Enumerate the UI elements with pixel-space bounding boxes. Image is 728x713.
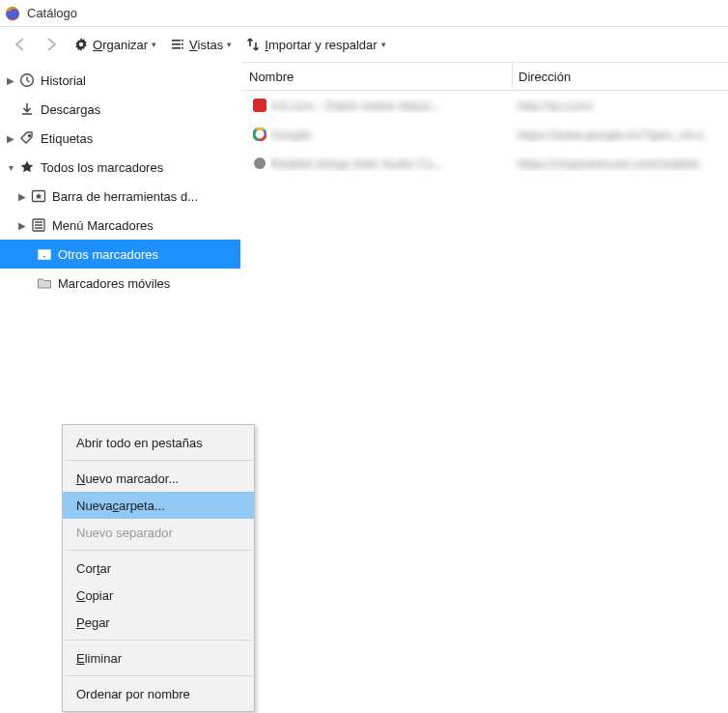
expand-icon[interactable]: ▶ [15, 191, 29, 202]
separator [65, 675, 252, 676]
sidebar-item-bookmarks-menu[interactable]: ▶ Menú Marcadores [0, 211, 240, 240]
svg-rect-12 [253, 99, 266, 112]
svg-rect-3 [172, 43, 181, 45]
bookmark-row[interactable]: Google https://www.google.es/?gws_rd=s [241, 120, 728, 149]
bookmark-url: http://as.com/ [512, 99, 728, 113]
ctx-delete: Eliminar [63, 644, 254, 671]
sidebar-item-other-bookmarks[interactable]: Otros marcadores [0, 240, 240, 269]
sidebar-item-all-bookmarks[interactable]: ▾ Todos los marcadores [0, 153, 240, 182]
sidebar-label: Otros marcadores [58, 247, 158, 262]
sidebar-item-downloads[interactable]: Descargas [0, 95, 240, 124]
svg-rect-4 [172, 47, 181, 49]
ctx-new-bookmark[interactable]: Nuevo marcador... [63, 465, 254, 492]
expand-icon[interactable]: ▶ [15, 220, 29, 231]
ctx-paste: Pegar [63, 609, 254, 636]
sidebar-label: Todos los marcadores [41, 160, 163, 175]
bookmark-url: https://mspoweruser.com/realtek- [512, 157, 728, 171]
svg-point-17 [254, 157, 266, 169]
import-backup-button[interactable]: Importar y respaldar ▾ [239, 30, 391, 59]
bookmark-name: Google [270, 128, 512, 142]
bookmarks-menu-icon [29, 217, 48, 233]
organize-label: Organizar [93, 38, 148, 52]
sidebar-item-toolbar-bookmarks[interactable]: ▶ Barra de herramientas d... [0, 182, 240, 211]
separator [65, 550, 252, 551]
favicon [249, 128, 270, 141]
download-icon [17, 101, 37, 117]
toolbar: Organizar ▾ Vistas ▾ Importar y respalda… [0, 27, 728, 62]
separator [65, 640, 252, 641]
favicon [249, 99, 270, 112]
context-menu: Abrir todo en pestañas Nuevo marcador...… [62, 424, 255, 712]
column-name[interactable]: Nombre [241, 70, 512, 84]
ctx-open-all-tabs[interactable]: Abrir todo en pestañas [63, 429, 254, 456]
collapse-icon[interactable]: ▾ [4, 162, 17, 173]
forward-button[interactable] [37, 30, 66, 59]
chevron-down-icon: ▾ [381, 40, 386, 49]
sidebar-item-tags[interactable]: ▶ Etiquetas [0, 124, 240, 153]
content-pane: Nombre Dirección AS.com - Diario online … [241, 62, 728, 713]
views-button[interactable]: Vistas ▾ [164, 30, 238, 59]
bookmark-name: Realtek brings their Audio Co... [270, 157, 512, 171]
column-address[interactable]: Dirección [512, 63, 728, 90]
sidebar-label: Barra de herramientas d... [52, 189, 198, 204]
svg-point-9 [29, 135, 31, 137]
ctx-cut: Cortar [63, 555, 254, 582]
bookmark-row[interactable]: Realtek brings their Audio Co... https:/… [241, 149, 728, 178]
separator [65, 460, 252, 461]
ctx-new-separator: Nuevo separador [63, 519, 254, 546]
ctx-sort-by-name[interactable]: Ordenar por nombre [63, 680, 254, 707]
sidebar-item-mobile-bookmarks[interactable]: Marcadores móviles [0, 269, 240, 298]
chevron-down-icon: ▾ [227, 40, 232, 49]
folder-icon [35, 275, 54, 291]
firefox-icon [4, 5, 21, 22]
bookmarks-toolbar-icon [29, 188, 48, 204]
star-icon [17, 159, 37, 175]
favicon [249, 157, 270, 170]
svg-point-7 [182, 47, 183, 49]
organize-button[interactable]: Organizar ▾ [68, 30, 162, 59]
ctx-copy[interactable]: Copiar [63, 582, 254, 609]
bookmark-url: https://www.google.es/?gws_rd=s [512, 128, 728, 142]
sidebar-label: Menú Marcadores [52, 218, 154, 233]
svg-rect-2 [172, 40, 181, 42]
chevron-down-icon: ▾ [152, 40, 156, 49]
expand-icon[interactable]: ▶ [4, 133, 17, 144]
views-label: Vistas [189, 38, 223, 52]
inbox-icon [35, 246, 54, 262]
sidebar-label: Marcadores móviles [58, 276, 170, 291]
clock-icon [17, 72, 37, 88]
tag-icon [17, 130, 37, 146]
window-title: Catálogo [27, 6, 77, 20]
bookmark-name: AS.com - Diario online depor... [270, 99, 512, 113]
svg-point-6 [182, 43, 183, 45]
column-headers: Nombre Dirección [241, 62, 728, 91]
sidebar-label: Historial [41, 73, 86, 88]
svg-point-5 [182, 40, 183, 42]
window-titlebar: Catálogo [0, 0, 728, 27]
back-button[interactable] [6, 30, 35, 59]
sidebar-label: Descargas [41, 102, 100, 117]
import-label: Importar y respaldar [265, 38, 377, 52]
sidebar-item-history[interactable]: ▶ Historial [0, 66, 240, 95]
bookmark-row[interactable]: AS.com - Diario online depor... http://a… [241, 91, 728, 120]
expand-icon[interactable]: ▶ [4, 75, 17, 86]
ctx-new-folder[interactable]: Nueva carpeta... [63, 492, 254, 519]
svg-point-1 [79, 43, 83, 46]
sidebar-label: Etiquetas [41, 131, 93, 146]
